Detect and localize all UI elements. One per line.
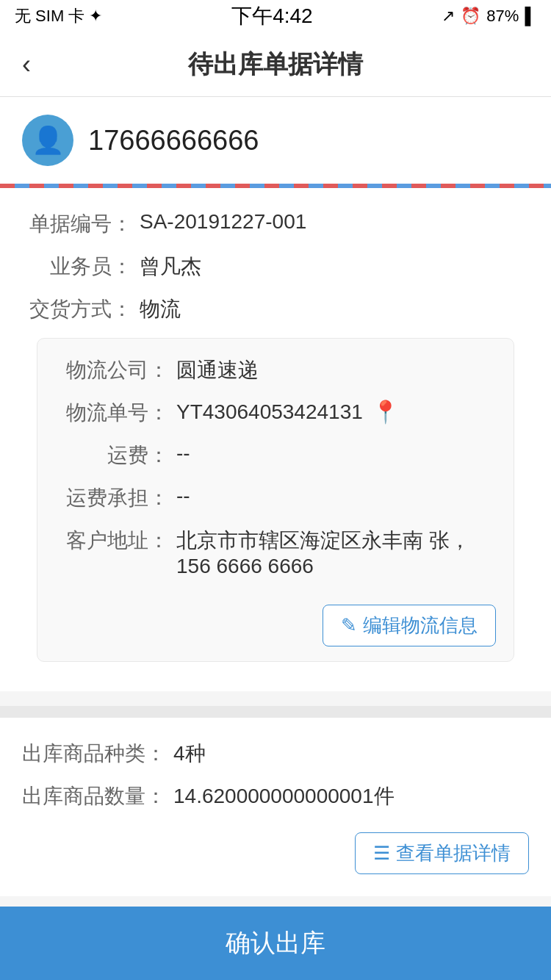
back-button[interactable]: ‹ (22, 49, 31, 80)
salesman-value: 曾凡杰 (140, 253, 529, 281)
salesman-label: 业务员： (22, 253, 132, 281)
logistics-company-row: 物流公司： 圆通速递 (55, 356, 496, 384)
sim-status: 无 SIM 卡 ✦ (15, 5, 102, 27)
status-bar: 无 SIM 卡 ✦ 下午4:42 ↗ ⏰ 87% ▌ (0, 0, 551, 32)
avatar-icon: 👤 (32, 125, 65, 156)
battery-level: 87% (486, 7, 519, 26)
list-icon: ☰ (373, 842, 390, 865)
nav-bar: ‹ 待出库单据详情 (0, 32, 551, 97)
freight-label: 运费： (55, 442, 169, 469)
goods-category-label: 出库商品种类： (22, 740, 166, 768)
goods-section: 出库商品种类： 4种 出库商品数量： 14.620000000000001件 ☰… (0, 718, 551, 896)
battery-icon: ▌ (525, 7, 536, 26)
logistics-company-value: 圆通速递 (176, 356, 496, 384)
logistics-tracking-row: 物流单号： YT43064053424131 📍 (55, 399, 496, 427)
goods-category-value: 4种 (173, 740, 206, 768)
alarm-icon: ⏰ (461, 7, 480, 26)
view-detail-label: 查看单据详情 (396, 840, 511, 866)
confirm-button-label: 确认出库 (226, 926, 325, 960)
user-phone: 17666666666 (88, 125, 259, 156)
document-number-label: 单据编号： (22, 210, 132, 238)
status-time: 下午4:42 (231, 2, 313, 30)
map-pin-icon[interactable]: 📍 (372, 399, 399, 425)
address-label: 客户地址： (55, 527, 169, 555)
location-arrow-icon: ↗ (442, 7, 455, 26)
freight-row: 运费： -- (55, 442, 496, 469)
edit-logistics-btn-container: ✎ 编辑物流信息 (55, 593, 496, 661)
edit-icon: ✎ (341, 614, 357, 637)
logistics-tracking-label: 物流单号： (55, 399, 169, 427)
logistics-company-label: 物流公司： (55, 356, 169, 384)
edit-logistics-label: 编辑物流信息 (363, 613, 478, 638)
goods-quantity-value: 14.620000000000001件 (173, 782, 395, 810)
document-info-section: 单据编号： SA-20191227-001 业务员： 曾凡杰 交货方式： 物流 … (0, 188, 551, 691)
freight-bearer-label: 运费承担： (55, 484, 169, 512)
document-number-row: 单据编号： SA-20191227-001 (22, 210, 529, 238)
address-row: 客户地址： 北京市市辖区海淀区永丰南 张，156 6666 6666 (55, 527, 496, 578)
document-number-value: SA-20191227-001 (140, 210, 529, 234)
logistics-card: 物流公司： 圆通速递 物流单号： YT43064053424131 📍 运费： … (37, 338, 514, 662)
goods-quantity-row: 出库商品数量： 14.620000000000001件 (22, 782, 529, 810)
goods-quantity-label: 出库商品数量： (22, 782, 166, 810)
edit-logistics-button[interactable]: ✎ 编辑物流信息 (323, 605, 496, 646)
freight-value: -- (176, 442, 496, 465)
goods-category-row: 出库商品种类： 4种 (22, 740, 529, 768)
view-detail-button[interactable]: ☰ 查看单据详情 (355, 832, 529, 874)
view-detail-btn-container: ☰ 查看单据详情 (22, 825, 529, 882)
confirm-bar[interactable]: 确认出库 (0, 907, 551, 980)
delivery-value: 物流 (140, 295, 529, 323)
freight-bearer-value: -- (176, 484, 496, 508)
section-divider (0, 706, 551, 718)
user-section: 👤 17666666666 (0, 97, 551, 184)
logistics-tracking-value: YT43064053424131 📍 (176, 399, 496, 425)
status-right: ↗ ⏰ 87% ▌ (442, 7, 536, 26)
delivery-label: 交货方式： (22, 295, 132, 323)
salesman-row: 业务员： 曾凡杰 (22, 253, 529, 281)
address-value: 北京市市辖区海淀区永丰南 张，156 6666 6666 (176, 527, 496, 578)
freight-bearer-row: 运费承担： -- (55, 484, 496, 512)
status-left: 无 SIM 卡 ✦ (15, 5, 102, 27)
delivery-row: 交货方式： 物流 (22, 295, 529, 323)
avatar: 👤 (22, 115, 73, 166)
page-title: 待出库单据详情 (188, 48, 363, 82)
